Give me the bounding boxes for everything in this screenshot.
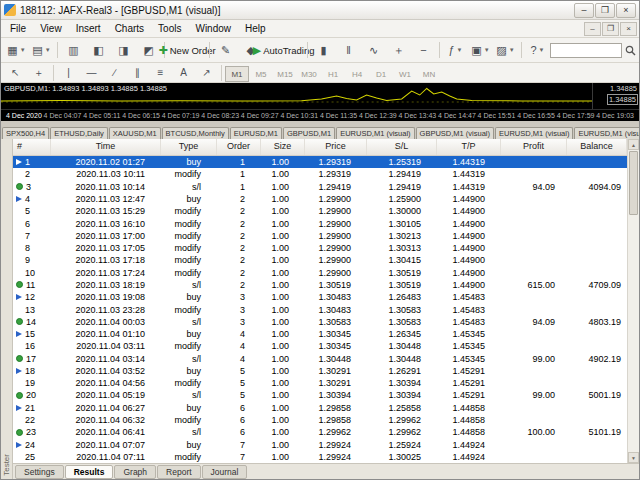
scroll-down-icon[interactable]: ▼	[628, 452, 639, 463]
data-window-button[interactable]: ◧	[86, 40, 111, 61]
scroll-up-icon[interactable]: ▲	[628, 139, 639, 150]
table-row[interactable]: 152020.11.04 01:10buy41.001.303451.26345…	[13, 328, 627, 340]
chart-tab[interactable]: EURUSD,M1	[230, 127, 282, 139]
menu-item-help[interactable]: Help	[238, 22, 273, 35]
column-header-size[interactable]: Size	[261, 139, 305, 155]
chart-area[interactable]: GBPUSD,M1: 1.34893 1.34893 1.34885 1.348…	[1, 83, 592, 109]
timeframe-button-d1[interactable]: D1	[369, 66, 393, 82]
timeframe-button-mn[interactable]: MN	[417, 66, 441, 82]
chart-tab[interactable]: SPX500,H4	[2, 127, 49, 139]
table-row[interactable]: 192020.11.04 04:56modify51.001.302911.30…	[13, 377, 627, 389]
horizontal-line-button[interactable]: —	[80, 64, 103, 81]
table-row[interactable]: 142020.11.04 00:03s/l31.001.305831.30583…	[13, 316, 627, 328]
table-row[interactable]: 122020.11.03 19:08buy31.001.304831.26483…	[13, 291, 627, 303]
chart-tab[interactable]: EURUSD,M1 (visual)	[336, 127, 414, 139]
channel-button[interactable]: ∥	[126, 64, 149, 81]
timeframe-button-m15[interactable]: M15	[273, 66, 297, 82]
table-row[interactable]: 252020.11.04 07:11modify71.001.299241.30…	[13, 451, 627, 463]
child-close-button[interactable]: ×	[620, 22, 637, 36]
minimize-button[interactable]: –	[574, 3, 594, 18]
table-row[interactable]: 92020.11.03 17:18modify21.001.299001.304…	[13, 254, 627, 266]
table-row[interactable]: 202020.11.04 05:19s/l51.001.303941.30394…	[13, 389, 627, 401]
table-row[interactable]: 172020.11.04 03:14s/l41.001.304481.30448…	[13, 353, 627, 365]
column-header-balance[interactable]: Balance	[567, 139, 627, 155]
timeframe-button-m30[interactable]: M30	[297, 66, 321, 82]
column-header-sl[interactable]: S/L	[367, 139, 437, 155]
crosshair-button[interactable]: ＋	[27, 64, 50, 81]
search-input[interactable]	[550, 43, 622, 58]
table-row[interactable]: 182020.11.04 03:52buy51.001.302911.26291…	[13, 365, 627, 377]
timeframe-button-m1[interactable]: M1	[225, 66, 249, 82]
table-row[interactable]: 52020.11.03 15:29modify21.001.299001.300…	[13, 205, 627, 217]
menu-item-window[interactable]: Window	[188, 22, 238, 35]
table-row[interactable]: 12020.11.02 01:27buy11.001.293191.253191…	[13, 156, 627, 168]
table-row[interactable]: 72020.11.03 17:00modify21.001.299001.302…	[13, 230, 627, 242]
chart-tab[interactable]: XAUUSD,M1	[109, 127, 161, 139]
cursor-button[interactable]: ↖	[4, 64, 27, 81]
tester-tab-settings[interactable]: Settings	[15, 465, 64, 479]
child-restore-button[interactable]: ❐	[602, 22, 619, 36]
zoom-out-button[interactable]: −	[411, 40, 436, 61]
table-row[interactable]: 162020.11.04 03:11modify41.001.303451.30…	[13, 340, 627, 352]
tester-tab-graph[interactable]: Graph	[114, 465, 156, 479]
autotrading-button[interactable]: ▶AutoTrading	[263, 40, 304, 61]
chart-tab[interactable]: BTCUSD,Monthly	[162, 127, 229, 139]
timeframe-button-w1[interactable]: W1	[393, 66, 417, 82]
column-header-profit[interactable]: Profit	[501, 139, 567, 155]
table-row[interactable]: 222020.11.04 06:32modify61.001.298581.29…	[13, 414, 627, 426]
bar-chart-button[interactable]: ‖	[336, 40, 361, 61]
profiles-button[interactable]: ▤▼	[29, 40, 54, 61]
table-row[interactable]: 212020.11.04 06:27buy61.001.298581.25858…	[13, 402, 627, 414]
table-row[interactable]: 242020.11.04 07:07buy71.001.299241.25924…	[13, 438, 627, 450]
vertical-line-button[interactable]: |	[57, 64, 80, 81]
text-tool-button[interactable]: A	[172, 64, 195, 81]
table-row[interactable]: 102020.11.03 17:24modify21.001.299001.30…	[13, 267, 627, 279]
arrows-tool-button[interactable]: ↗	[195, 64, 218, 81]
table-row[interactable]: 132020.11.03 23:28modify31.001.304831.30…	[13, 303, 627, 315]
help-button[interactable]: ?▼	[525, 40, 550, 61]
navigator-button[interactable]: ◨	[111, 40, 136, 61]
column-header-price[interactable]: Price	[305, 139, 367, 155]
column-header-order[interactable]: Order	[217, 139, 261, 155]
column-header-type[interactable]: Type	[161, 139, 217, 155]
close-button[interactable]: ×	[616, 3, 636, 18]
chart-tab[interactable]: GBPUSD,M1 (visual)	[416, 127, 494, 139]
menu-item-tools[interactable]: Tools	[151, 22, 188, 35]
tester-tab-results[interactable]: Results	[65, 465, 114, 479]
menu-item-insert[interactable]: Insert	[69, 22, 108, 35]
search-icon[interactable]	[625, 45, 636, 56]
periods-button[interactable]: ▣▼	[468, 40, 493, 61]
tester-tab-report[interactable]: Report	[157, 465, 201, 479]
menu-item-view[interactable]: View	[33, 22, 69, 35]
new-order-button[interactable]: ✚New Order	[168, 40, 206, 61]
tester-caption-strip[interactable]: Tester	[1, 139, 13, 479]
new-chart-button[interactable]: ▦▼	[4, 40, 29, 61]
chart-tab[interactable]: ETHUSD,Daily	[50, 127, 108, 139]
scrollbar-thumb[interactable]	[629, 151, 638, 215]
column-header-[interactable]: #	[13, 139, 51, 155]
menu-item-charts[interactable]: Charts	[108, 22, 151, 35]
table-row[interactable]: 112020.11.03 18:19s/l21.001.305191.30519…	[13, 279, 627, 291]
zoom-in-button[interactable]: ＋	[386, 40, 411, 61]
timeframe-button-h1[interactable]: H1	[321, 66, 345, 82]
chart-tab[interactable]: EURUSD,M1 (visual)	[574, 127, 639, 139]
column-header-tp[interactable]: T/P	[437, 139, 501, 155]
chart-tab[interactable]: EURUSD,M1 (visual)	[495, 127, 573, 139]
table-row[interactable]: 32020.11.03 10:14s/l11.001.294191.294191…	[13, 181, 627, 193]
fibonacci-button[interactable]: ≡	[149, 64, 172, 81]
terminal-button[interactable]: ◩	[136, 40, 161, 61]
table-row[interactable]: 22020.11.03 10:11modify11.001.293191.294…	[13, 168, 627, 180]
table-row[interactable]: 82020.11.03 17:05modify21.001.299001.303…	[13, 242, 627, 254]
vertical-scrollbar[interactable]: ▲ ▼	[627, 139, 639, 463]
timeframe-button-h4[interactable]: H4	[345, 66, 369, 82]
tester-tab-journal[interactable]: Journal	[202, 465, 248, 479]
chart-tab[interactable]: GBPUSD,M1	[283, 127, 335, 139]
table-row[interactable]: 42020.11.03 12:47buy21.001.299001.259001…	[13, 193, 627, 205]
line-chart-button[interactable]: ∿	[361, 40, 386, 61]
column-header-time[interactable]: Time	[51, 139, 161, 155]
timeframe-button-m5[interactable]: M5	[249, 66, 273, 82]
metaeditor-button[interactable]: ✎	[213, 40, 238, 61]
menu-item-file[interactable]: File	[3, 22, 33, 35]
templates-button[interactable]: ▨▼	[493, 40, 518, 61]
market-watch-button[interactable]: ▥	[61, 40, 86, 61]
